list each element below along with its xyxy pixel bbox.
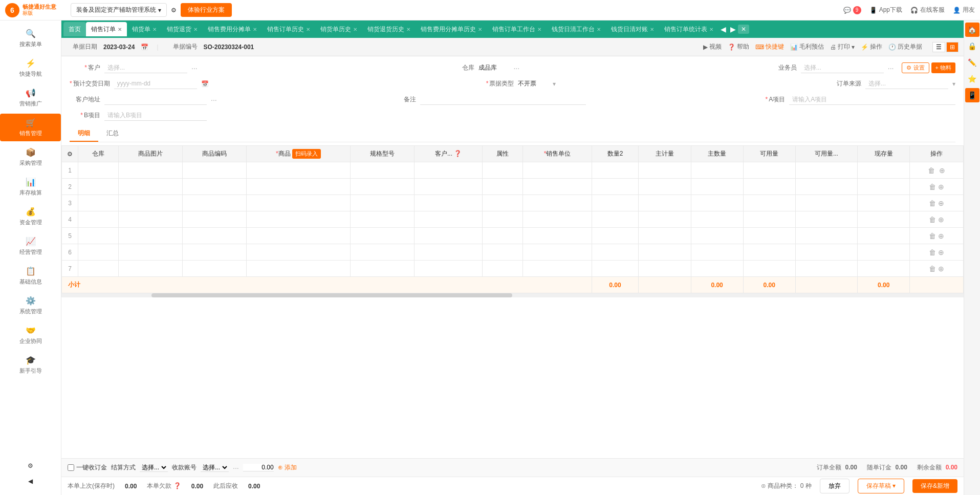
one-click-label[interactable]: 一键收订金 bbox=[68, 463, 107, 472]
row-spec[interactable] bbox=[350, 162, 414, 179]
industry-btn[interactable]: 体验行业方案 bbox=[181, 3, 232, 17]
row-delete-btn[interactable]: 🗑 bbox=[928, 232, 937, 240]
sidebar-item-marketing[interactable]: 📢 营销推广 bbox=[0, 84, 61, 112]
tab-prev-btn[interactable]: ◀ bbox=[718, 24, 728, 34]
app-download-btn[interactable]: 📱 App下载 bbox=[869, 6, 902, 14]
tab-close-icon[interactable]: ✕ bbox=[118, 27, 122, 32]
th-settings[interactable]: ⚙ bbox=[62, 146, 78, 162]
row-delete-btn[interactable]: 🗑 bbox=[928, 248, 937, 256]
one-click-checkbox[interactable] bbox=[68, 464, 74, 471]
tab-sales-stats[interactable]: 销售订单统计表 ✕ bbox=[659, 22, 718, 36]
tab-fee-hist[interactable]: 销售费用分摊单历史 ✕ bbox=[416, 22, 487, 36]
add-material-btn[interactable]: + 物料 bbox=[931, 62, 955, 73]
row-main-unit[interactable] bbox=[639, 162, 691, 179]
tab-close-icon[interactable]: ✕ bbox=[353, 27, 357, 32]
discard-btn[interactable]: 放弃 bbox=[820, 479, 850, 493]
row-copy-btn[interactable]: ⊕ bbox=[937, 183, 945, 191]
row-copy-btn[interactable]: ⊕ bbox=[937, 248, 945, 256]
tab-sales-order[interactable]: 销售订单 ✕ bbox=[86, 22, 127, 36]
add-payment-btn[interactable]: ⊕ 添加 bbox=[278, 463, 297, 472]
staff-dots[interactable]: ··· bbox=[888, 64, 894, 72]
row-main-qty[interactable] bbox=[691, 162, 743, 179]
form-tab-detail[interactable]: 明细 bbox=[70, 126, 98, 142]
sidebar-item-search[interactable]: 🔍 搜索菜单 bbox=[0, 25, 61, 52]
row-customer-code[interactable] bbox=[414, 162, 483, 179]
save-draft-btn[interactable]: 保存草稿 ▾ bbox=[858, 479, 904, 493]
invoice-dropdown-icon[interactable]: ▾ bbox=[553, 80, 556, 88]
row-available[interactable] bbox=[743, 162, 795, 179]
sidebar-item-inventory[interactable]: 📊 库存核算 bbox=[0, 173, 61, 201]
toolbar-grid-view-btn[interactable]: ⊞ bbox=[946, 42, 959, 52]
sidebar-item-finance[interactable]: 💰 资金管理 bbox=[0, 203, 61, 230]
customer-dots[interactable]: ··· bbox=[191, 64, 198, 72]
tab-close-icon[interactable]: ✕ bbox=[193, 27, 198, 32]
row-delete-btn[interactable]: 🗑 bbox=[928, 265, 937, 273]
tab-close-icon[interactable]: ✕ bbox=[650, 27, 654, 32]
row-delete-btn[interactable]: 🗑 bbox=[928, 199, 937, 207]
warehouse-dots[interactable]: ··· bbox=[513, 64, 519, 72]
message-btn[interactable]: 💬 9 bbox=[843, 6, 861, 14]
b-project-input[interactable] bbox=[104, 110, 207, 121]
sidebar-collapse-btn[interactable]: ⚙ bbox=[26, 460, 35, 471]
tab-fee-split[interactable]: 销售费用分摊单 ✕ bbox=[203, 22, 262, 36]
toolbar-ops-btn[interactable]: ⚡ 操作 bbox=[861, 42, 882, 51]
toolbar-print-btn[interactable]: 🖨 打印 ▾ bbox=[830, 42, 855, 51]
right-panel-edit-icon[interactable]: ✏️ bbox=[965, 55, 979, 70]
sidebar-item-operations[interactable]: 📈 经营管理 bbox=[0, 232, 61, 260]
right-panel-scan-icon[interactable]: 📱 bbox=[965, 88, 979, 102]
tab-cash-ws[interactable]: 钱货日清工作台 ✕ bbox=[547, 22, 606, 36]
address-input[interactable] bbox=[104, 94, 207, 105]
sidebar-item-quicknav[interactable]: ⚡ 快捷导航 bbox=[0, 54, 61, 82]
row-attribute[interactable] bbox=[483, 162, 523, 179]
tab-close-icon[interactable]: ✕ bbox=[406, 27, 410, 32]
row-copy-btn[interactable]: ⊕ bbox=[937, 199, 945, 207]
row-delete-btn[interactable]: 🗑 bbox=[928, 183, 937, 191]
tab-refund-hist[interactable]: 销货退货历史 ✕ bbox=[362, 22, 416, 36]
toolbar-help-btn[interactable]: ❓ 帮助 bbox=[728, 42, 749, 51]
payment-select[interactable]: 选择... bbox=[140, 463, 168, 472]
calendar-icon[interactable]: 📅 bbox=[141, 44, 148, 51]
h-scrollbar[interactable] bbox=[61, 293, 964, 297]
sidebar-item-guide[interactable]: 🎓 新手引导 bbox=[0, 351, 61, 379]
sidebar-toggle-btn[interactable]: ◀ bbox=[26, 476, 35, 487]
sidebar-item-system[interactable]: ⚙️ 系统管理 bbox=[0, 292, 61, 319]
settings-btn[interactable]: ⚙ 设置 bbox=[902, 62, 929, 73]
tab-close-icon[interactable]: ✕ bbox=[153, 27, 157, 32]
row-qty2[interactable] bbox=[592, 162, 639, 179]
customer-input[interactable] bbox=[104, 62, 187, 73]
tab-home[interactable]: 首页 bbox=[63, 22, 86, 36]
sidebar-item-purchase[interactable]: 📦 采购管理 bbox=[0, 143, 61, 171]
amount-input[interactable] bbox=[243, 464, 274, 471]
row-stock[interactable] bbox=[858, 162, 910, 179]
sidebar-item-sales[interactable]: 🛒 销售管理 bbox=[0, 114, 61, 141]
sidebar-item-basic[interactable]: 📋 基础信息 bbox=[0, 262, 61, 290]
toolbar-history-btn[interactable]: 🕐 历史单据 bbox=[888, 42, 922, 51]
toolbar-video-btn[interactable]: ▶ 视频 bbox=[703, 42, 722, 51]
row-warehouse[interactable] bbox=[78, 162, 119, 179]
h-scrollbar-thumb[interactable] bbox=[151, 293, 512, 297]
row-product[interactable] bbox=[247, 162, 350, 179]
system-selector[interactable]: 装备及固定资产辅助管理系统 ▾ bbox=[71, 3, 167, 17]
account-select[interactable]: 选择... bbox=[201, 463, 229, 472]
row-copy-btn[interactable]: ⊕ bbox=[937, 216, 945, 224]
row-product-code[interactable] bbox=[183, 162, 247, 179]
row-copy-btn[interactable]: ⊕ bbox=[937, 232, 945, 240]
row-available2[interactable] bbox=[795, 162, 857, 179]
right-panel-home-icon[interactable]: 🏠 bbox=[965, 23, 979, 37]
right-panel-lock-icon[interactable]: 🔒 bbox=[965, 39, 979, 53]
sidebar-item-enterprise[interactable]: 🤝 企业协同 bbox=[0, 321, 61, 349]
account-dots[interactable]: ··· bbox=[233, 464, 239, 472]
row-delete-btn[interactable]: 🗑 bbox=[927, 166, 936, 175]
toolbar-shortcut-btn[interactable]: ⌨ 快捷键 bbox=[755, 42, 784, 51]
tab-return-hist[interactable]: 销货单历史 ✕ bbox=[315, 22, 362, 36]
order-source-input[interactable] bbox=[865, 78, 948, 89]
tab-close-all-btn[interactable]: ✕ bbox=[738, 25, 749, 34]
tab-order-hist[interactable]: 销售订单历史 ✕ bbox=[262, 22, 315, 36]
delivery-input[interactable] bbox=[114, 78, 197, 89]
a-project-input[interactable] bbox=[789, 94, 955, 105]
tab-sales-refund[interactable]: 销货退货 ✕ bbox=[162, 22, 203, 36]
tab-close-icon[interactable]: ✕ bbox=[597, 27, 601, 32]
staff-input[interactable] bbox=[801, 62, 884, 73]
row-copy-btn[interactable]: ⊕ bbox=[937, 265, 945, 273]
row-sales-unit[interactable] bbox=[523, 162, 592, 179]
